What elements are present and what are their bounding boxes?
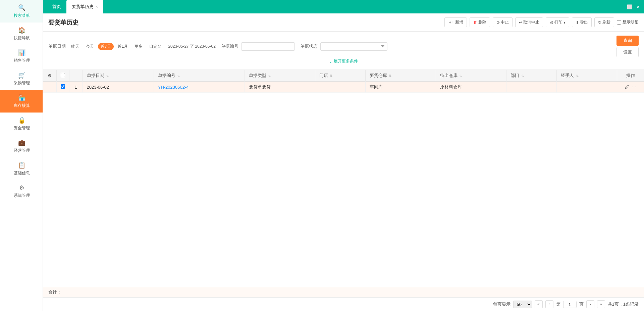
- cancel-suspend-button[interactable]: ↩ 取消中止: [515, 17, 543, 27]
- date-filter-tags: 昨天 今天 近7天 近1月 更多 自定义: [68, 43, 164, 50]
- doc-no-input[interactable]: [241, 42, 295, 51]
- row-pending-wh: 原材料仓库: [436, 82, 506, 93]
- date-filter: 单据日期 昨天 今天 近7天 近1月 更多 自定义 2023-05-27 至 2…: [48, 43, 216, 50]
- sort-icon-pending-wh: ⇅: [459, 74, 462, 78]
- first-page-btn[interactable]: «: [535, 300, 543, 308]
- row-req-wh: 车间库: [365, 82, 436, 93]
- delete-button[interactable]: 🗑 删除: [470, 17, 490, 27]
- inventory-icon: 🏪: [18, 94, 25, 101]
- status-label: 单据状态: [300, 43, 318, 49]
- print-dropdown-icon: ▾: [564, 20, 566, 25]
- ops-icon: 💼: [18, 139, 25, 146]
- topbar: 首页 要货单历史 × ⬜ ✕: [43, 0, 644, 13]
- col-req-wh[interactable]: 要货仓库 ⇅: [365, 70, 436, 82]
- sidebar-item-ops-mgmt[interactable]: 💼 经营管理: [0, 135, 43, 158]
- base-icon: 📋: [18, 162, 25, 169]
- total-label: 合计：: [48, 290, 61, 295]
- prev-page-btn[interactable]: ‹: [545, 300, 553, 308]
- doc-no-label: 单据编号: [221, 43, 238, 49]
- finance-icon: 🔒: [18, 117, 25, 124]
- date-tag-7days[interactable]: 近7天: [98, 43, 114, 50]
- col-setting[interactable]: ⚙: [43, 70, 56, 82]
- window-close-icon[interactable]: ✕: [636, 4, 640, 9]
- print-icon: 🖨: [549, 20, 553, 25]
- date-tag-yesterday[interactable]: 昨天: [68, 43, 82, 50]
- table-container: ⚙ 单据日期 ⇅ 单据编号 ⇅: [43, 70, 644, 287]
- cancel-suspend-icon: ↩: [519, 20, 522, 25]
- expand-more-button[interactable]: ⌄ 展开更多条件: [48, 57, 639, 65]
- refresh-button[interactable]: ↻ 刷新: [594, 17, 614, 27]
- row-num: 1: [69, 82, 83, 93]
- sales-icon: 📊: [18, 49, 25, 56]
- refresh-icon: ↻: [598, 20, 601, 25]
- col-doc-type[interactable]: 单据类型 ⇅: [245, 70, 315, 82]
- suspend-icon: ⊘: [496, 20, 500, 25]
- sidebar-item-sys-mgmt[interactable]: ⚙ 系统管理: [0, 180, 43, 203]
- sidebar-item-quick-nav[interactable]: 🏠 快捷导航: [0, 23, 43, 45]
- sidebar-item-label: 采购管理: [14, 80, 30, 86]
- row-checkbox[interactable]: [56, 82, 69, 93]
- date-tag-more[interactable]: 更多: [132, 43, 145, 50]
- sidebar-item-base-info[interactable]: 📋 基础信息: [0, 158, 43, 180]
- tab-home[interactable]: 首页: [47, 0, 66, 13]
- tab-close-icon[interactable]: ×: [96, 4, 98, 9]
- col-checkbox: [56, 70, 69, 82]
- row-setting: [43, 82, 56, 93]
- query-button[interactable]: 查询: [616, 36, 639, 46]
- status-filter: 单据状态: [300, 42, 387, 51]
- sidebar-item-label: 库存核算: [14, 103, 30, 108]
- col-doc-date[interactable]: 单据日期 ⇅: [83, 70, 154, 82]
- sort-icon-req-wh: ⇅: [389, 74, 391, 78]
- sidebar-item-label: 系统管理: [14, 193, 30, 198]
- sidebar-item-purchase-mgmt[interactable]: 🛒 采购管理: [0, 68, 43, 90]
- export-button[interactable]: ⬇ 导出: [572, 17, 592, 27]
- display-detail-toggle[interactable]: 显示明细: [617, 19, 639, 25]
- date-tag-custom[interactable]: 自定义: [147, 43, 164, 50]
- sidebar-item-label: 基础信息: [14, 170, 30, 176]
- sidebar-item-finance-mgmt[interactable]: 🔒 资金管理: [0, 113, 43, 135]
- select-all-checkbox[interactable]: [61, 73, 65, 77]
- sort-icon-no: ⇅: [177, 74, 180, 78]
- col-store[interactable]: 门店 ⇅: [315, 70, 365, 82]
- col-pending-wh[interactable]: 待出仓库 ⇅: [436, 70, 506, 82]
- col-dept[interactable]: 部门 ⇅: [506, 70, 557, 82]
- sidebar: 🔍 搜索菜单 🏠 快捷导航 📊 销售管理 🛒 采购管理 🏪 库存核算 🔒 资金管…: [0, 0, 43, 311]
- next-page-btn[interactable]: ›: [586, 300, 594, 308]
- purchase-icon: 🛒: [18, 72, 25, 79]
- sys-icon: ⚙: [19, 184, 24, 191]
- sidebar-item-search-menu[interactable]: 🔍 搜索菜单: [0, 0, 43, 23]
- suspend-button[interactable]: ⊘ 中止: [493, 17, 513, 27]
- display-detail-checkbox[interactable]: [617, 20, 621, 25]
- window-restore-icon[interactable]: ⬜: [627, 4, 632, 9]
- sidebar-item-label: 销售管理: [14, 58, 30, 63]
- home-icon: 🏠: [18, 27, 25, 34]
- table-header-row: ⚙ 单据日期 ⇅ 单据编号 ⇅: [43, 70, 644, 82]
- last-page-btn[interactable]: »: [597, 300, 605, 308]
- page-header: 要货单历史 ＋ + 新增 🗑 删除 ⊘ 中止 ↩ 取消中止: [43, 13, 644, 32]
- sidebar-item-sales-mgmt[interactable]: 📊 销售管理: [0, 45, 43, 68]
- print-button[interactable]: 🖨 打印 ▾: [546, 17, 569, 27]
- table-row: 1 2023-06-02 YH-20230602-4 要货单要货 车间库 原材料…: [43, 82, 644, 93]
- sort-icon-handler: ⇅: [576, 74, 579, 78]
- sidebar-item-label: 搜索菜单: [14, 13, 30, 18]
- setting-button[interactable]: 设置: [616, 47, 639, 57]
- pagination: 每页显示 50 20 100 200 « ‹ 第 页 › » 共1页，1条记录: [43, 297, 644, 311]
- status-select[interactable]: [320, 42, 387, 51]
- row-doc-no[interactable]: YH-20230602-4: [154, 82, 245, 93]
- row-edit-icon[interactable]: 🖊: [625, 84, 629, 90]
- tab-requisition-label: 要货单历史: [72, 4, 94, 10]
- per-page-select[interactable]: 50 20 100 200: [513, 301, 532, 308]
- col-ops: 操作: [617, 70, 644, 82]
- col-num: [69, 70, 83, 82]
- date-tag-1month[interactable]: 近1月: [115, 43, 131, 50]
- row-more-icon[interactable]: ⋯: [632, 84, 636, 90]
- total-info: 共1页，1条记录: [608, 301, 639, 307]
- tab-requisition-history[interactable]: 要货单历史 ×: [66, 0, 103, 13]
- col-handler[interactable]: 经手人 ⇅: [556, 70, 617, 82]
- page-input[interactable]: [563, 301, 577, 308]
- sidebar-item-inventory[interactable]: 🏪 库存核算: [0, 90, 43, 113]
- new-button[interactable]: ＋ + 新增: [444, 17, 467, 27]
- col-doc-no[interactable]: 单据编号 ⇅: [154, 70, 245, 82]
- date-tag-today[interactable]: 今天: [83, 43, 97, 50]
- page-content: 要货单历史 ＋ + 新增 🗑 删除 ⊘ 中止 ↩ 取消中止: [43, 13, 644, 311]
